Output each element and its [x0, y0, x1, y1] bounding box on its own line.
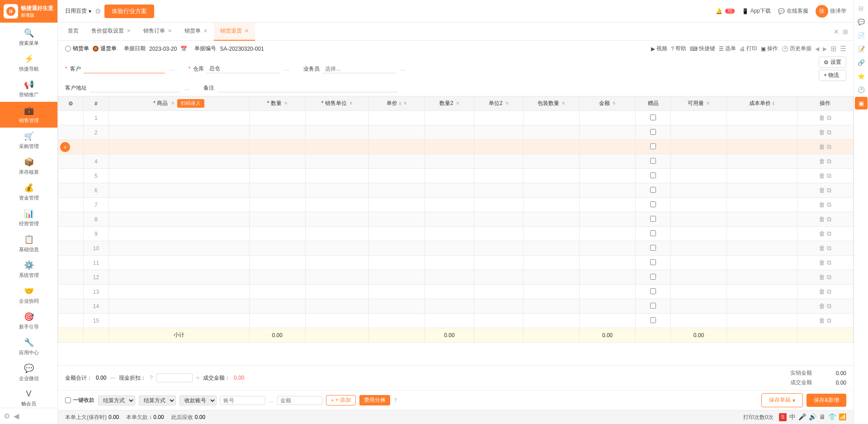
- row-gift-3[interactable]: [636, 140, 671, 154]
- rab-icon-6[interactable]: ⭐: [855, 70, 868, 82]
- delete-icon[interactable]: 🗑: [819, 157, 825, 165]
- copy-icon[interactable]: ⧉: [827, 157, 831, 165]
- row-gift-2[interactable]: [636, 125, 671, 140]
- th-settings[interactable]: ⚙: [58, 96, 84, 111]
- row-unit-1[interactable]: [305, 111, 368, 125]
- video-help[interactable]: ▶ 视频: [651, 45, 667, 52]
- sidebar-item-wechat[interactable]: 💬 企业微信: [0, 360, 57, 386]
- sidebar-item-operations[interactable]: 📊 经营管理: [0, 205, 57, 231]
- row-goods-3[interactable]: [108, 140, 249, 154]
- gift-checkbox-3[interactable]: [650, 143, 656, 149]
- copy-icon[interactable]: ⧉: [827, 273, 831, 281]
- nav-next-icon[interactable]: ▶: [823, 46, 827, 52]
- row-pkg-1[interactable]: [523, 111, 579, 125]
- online-service-link[interactable]: 💬 在线客服: [778, 7, 808, 15]
- tab-sales-order-close[interactable]: ✕: [168, 28, 172, 34]
- copy-icon[interactable]: ⧉: [827, 302, 831, 310]
- row-unit-2[interactable]: [305, 125, 368, 140]
- note-input[interactable]: [217, 84, 398, 92]
- row-gift-1[interactable]: [636, 111, 671, 125]
- sidebar-item-shortcut[interactable]: ⚡ 快捷导航: [0, 50, 57, 76]
- delete-icon[interactable]: 🗑: [819, 230, 825, 238]
- row-pkg-2[interactable]: [523, 125, 579, 140]
- pkg-sort-icon[interactable]: ⇅: [562, 101, 565, 105]
- settlement-method-select[interactable]: 结算方式: [98, 395, 135, 405]
- goods-input-3[interactable]: [111, 144, 247, 150]
- copy-row-1[interactable]: ⧉: [827, 114, 831, 122]
- delete-icon[interactable]: 🗑: [819, 317, 825, 324]
- history-button[interactable]: 🕐 历史单据: [782, 45, 811, 52]
- row-price-1[interactable]: [368, 111, 425, 125]
- expense-split-button[interactable]: 费用分摊: [359, 395, 390, 405]
- add-row-button[interactable]: +: [60, 142, 70, 152]
- list-view-icon[interactable]: ☰: [840, 44, 846, 53]
- delete-icon[interactable]: 🗑: [819, 244, 825, 252]
- delete-icon[interactable]: 🗑: [819, 288, 825, 295]
- delete-icon[interactable]: 🗑: [819, 302, 825, 310]
- row-price-2[interactable]: [368, 125, 425, 140]
- tab-sales-delivery[interactable]: 销货单 ✕: [178, 23, 214, 41]
- help-button[interactable]: ? 帮助: [671, 45, 686, 52]
- row-qty2-1[interactable]: [425, 111, 474, 125]
- mic-icon[interactable]: 🎤: [798, 413, 806, 421]
- sidebar-item-sales[interactable]: 💼 销售管理: [0, 102, 57, 128]
- add-payment-button[interactable]: + + 添加: [326, 395, 356, 405]
- row-unit-3[interactable]: [305, 140, 368, 154]
- sidebar-item-finance[interactable]: 💰 资金管理: [0, 179, 57, 205]
- amount-input[interactable]: [277, 396, 322, 405]
- one-click-payment-checkbox[interactable]: 一键收款: [65, 396, 94, 404]
- qty-sort-icon[interactable]: ⇅: [284, 101, 288, 105]
- owe-info-icon[interactable]: ℹ: [150, 415, 151, 420]
- tab-sales-return-close[interactable]: ✕: [245, 28, 249, 34]
- user-profile[interactable]: 徐 徐泽华: [816, 5, 846, 18]
- copy-icon[interactable]: ⧉: [827, 259, 831, 267]
- sidebar-item-marketing[interactable]: 📢 营销推广: [0, 76, 57, 102]
- rab-icon-2[interactable]: 💬: [855, 15, 868, 28]
- delete-icon[interactable]: 🗑: [819, 172, 825, 180]
- row-qty2-3[interactable]: [425, 140, 474, 154]
- account-dots[interactable]: ...: [269, 397, 274, 404]
- row-price-3[interactable]: [368, 140, 425, 154]
- copy-icon[interactable]: ⧉: [827, 201, 831, 209]
- s-icon-2[interactable]: 中: [789, 413, 796, 421]
- radio-sales-return[interactable]: 退货单: [93, 45, 117, 52]
- delete-icon[interactable]: 🗑: [819, 215, 825, 223]
- cash-discount-info[interactable]: ?: [150, 375, 153, 381]
- industry-dropdown[interactable]: 日用百货 ▾: [65, 7, 91, 15]
- app-download-link[interactable]: 📱 App下载: [742, 7, 771, 15]
- table-settings-icon[interactable]: ⚙: [68, 100, 73, 107]
- save-new-button[interactable]: 保存&新增: [807, 394, 846, 407]
- sidebar-item-newbie[interactable]: 🎯 新手引导: [0, 308, 57, 334]
- select-button[interactable]: ☰ 选单: [719, 45, 736, 52]
- copy-row-3[interactable]: ⧉: [827, 143, 831, 151]
- unit2-sort-icon[interactable]: ⇅: [505, 101, 509, 105]
- tabbar-expand-icon[interactable]: ⊞: [841, 26, 850, 37]
- sidebar-item-inventory[interactable]: 📦 库存核算: [0, 153, 57, 179]
- account-no-input[interactable]: [220, 396, 265, 405]
- salesperson-dots-btn[interactable]: ...: [400, 66, 405, 72]
- copy-icon[interactable]: ⧉: [827, 288, 831, 295]
- copy-icon[interactable]: ⧉: [827, 172, 831, 180]
- row-qty-3[interactable]: [249, 140, 305, 154]
- row-pkg-3[interactable]: [523, 140, 579, 154]
- copy-icon[interactable]: ⧉: [827, 215, 831, 223]
- tab-price-settings-close[interactable]: ✕: [127, 28, 131, 34]
- row-amount-2[interactable]: [579, 125, 635, 140]
- delete-row-3[interactable]: 🗑: [819, 143, 825, 151]
- tab-price-settings[interactable]: 售价提取设置 ✕: [85, 23, 137, 41]
- row-goods-2[interactable]: [108, 125, 249, 140]
- tab-sales-delivery-close[interactable]: ✕: [203, 28, 208, 34]
- unit-sort-icon[interactable]: ⇅: [349, 101, 353, 105]
- row-qty2-2[interactable]: [425, 125, 474, 140]
- delete-icon[interactable]: 🗑: [819, 273, 825, 281]
- add-logistics-button[interactable]: + 物流: [819, 70, 846, 81]
- copy-icon[interactable]: ⧉: [827, 186, 831, 194]
- delete-icon[interactable]: 🗑: [819, 186, 825, 194]
- warehouse-dots-btn[interactable]: ...: [284, 66, 289, 72]
- settings-bottom-icon[interactable]: ⚙: [4, 412, 10, 420]
- sidebar-item-enterprise[interactable]: 🤝 企业协同: [0, 282, 57, 308]
- sidebar-item-apps[interactable]: 🔧 应用中心: [0, 334, 57, 360]
- calc-method-select[interactable]: 结算方式: [139, 395, 176, 405]
- notification-bell[interactable]: 🔔 70: [716, 8, 735, 14]
- rab-icon-5[interactable]: 🔗: [855, 56, 868, 69]
